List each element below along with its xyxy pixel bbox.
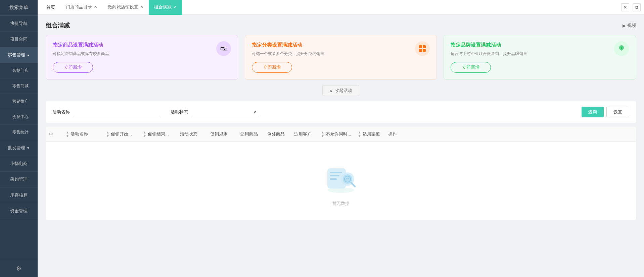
th-end[interactable]: ▲▼ 促销结束...	[140, 130, 177, 138]
sidebar-item-label: 零售管理	[8, 52, 25, 58]
sidebar-item-project-contract[interactable]: 项目合同	[0, 32, 38, 47]
settings-button[interactable]: ⚙	[0, 260, 38, 277]
activity-status-select[interactable]: ∨	[191, 107, 259, 117]
sidebar-item-smart-store[interactable]: 智慧门店	[0, 63, 38, 78]
search-actions: 查询 设置	[582, 107, 629, 117]
sidebar-item-purchase-mgmt[interactable]: 采购管理	[0, 172, 38, 187]
th-label: 活动名称	[71, 131, 88, 137]
activity-name-input[interactable]	[73, 107, 160, 117]
main-area: 首页 门店商品目录 ✕ 微商城店铺设置 ✕ 组合满减 ✕ ✕ ⧉ 组合满减 ▶ …	[38, 0, 644, 277]
th-label: 适用渠道	[363, 131, 380, 137]
th-label: 促销结束...	[148, 131, 169, 137]
sidebar-item-label: 批发管理	[8, 145, 25, 151]
empty-state: 暂无数据	[46, 142, 636, 220]
sidebar: 搜索菜单 快捷导航 项目合同 零售管理 ▲ 智慧门店 零售商城 营销推广 会员中…	[0, 0, 38, 277]
th-name[interactable]: ▲▼ 活动名称	[62, 130, 103, 138]
th-start[interactable]: ▲▼ 促销开始...	[103, 130, 140, 138]
close-icon[interactable]: ✕	[174, 5, 177, 9]
page-content: 组合满减 ▶ 视频 指定商品设置满减活动 🛍 可指定滞销商品或库存较多商品 立即…	[38, 15, 644, 277]
sidebar-item-label: 采购管理	[10, 176, 28, 182]
sidebar-item-xiochang[interactable]: 小畅电商	[0, 156, 38, 172]
sidebar-item-label: 资金管理	[10, 208, 28, 214]
sort-icon: ▲▼	[143, 130, 146, 138]
sidebar-item-retail-mall[interactable]: 零售商城	[0, 78, 38, 94]
sidebar-item-wholesale-mgmt[interactable]: 批发管理 ▼	[0, 140, 38, 156]
th-label: 例外商品	[267, 131, 285, 137]
sidebar-item-label: 营销推广	[12, 99, 29, 104]
tab-combo-discount[interactable]: 组合满减 ✕	[149, 0, 182, 15]
page-title: 组合满减	[46, 21, 70, 30]
empty-illustration	[321, 162, 361, 195]
th-notallow[interactable]: ▲▼ 不允许同时...	[318, 130, 355, 138]
setting-button[interactable]: 设置	[606, 107, 629, 117]
th-label: 促销规则	[210, 131, 228, 137]
close-window-button[interactable]: ✕	[621, 3, 629, 11]
tabs-actions: ✕ ⧉	[621, 3, 641, 11]
product-activity-card: 指定商品设置满减活动 🛍 可指定滞销商品或库存较多商品 立即新增	[46, 35, 238, 80]
search-bar: 活动名称 活动状态 ∨ 查询 设置	[46, 101, 636, 123]
th-customer: 适用客户	[291, 131, 318, 137]
activity-status-field: 活动状态 ∨	[171, 107, 259, 117]
th-status: 活动状态	[177, 131, 207, 137]
chevron-down-icon: ▼	[27, 146, 30, 150]
activity-cards: 指定商品设置满减活动 🛍 可指定滞销商品或库存较多商品 立即新增 指定分类设置满…	[46, 35, 636, 80]
sidebar-item-label: 小畅电商	[10, 161, 28, 167]
sidebar-item-retail-stats[interactable]: 零售统计	[0, 125, 38, 140]
th-label: 操作	[388, 131, 397, 137]
chevron-up-icon: ▲	[27, 53, 30, 57]
tab-store-catalog[interactable]: 门店商品目录 ✕	[60, 0, 102, 15]
th-action: 操作	[385, 131, 405, 137]
activity-name-field: 活动名称	[52, 107, 160, 117]
sidebar-item-label: 会员中心	[12, 114, 29, 120]
video-button[interactable]: ▶ 视频	[623, 22, 636, 29]
category-activity-card: 指定分类设置满减活动 可选一个或者多个分类，提升分类的销量 立即新增	[245, 35, 437, 80]
card-icon	[614, 41, 629, 56]
th-rule: 促销规则	[207, 131, 237, 137]
sidebar-item-fund-mgmt[interactable]: 资金管理	[0, 203, 38, 219]
sidebar-item-member-center[interactable]: 会员中心	[0, 109, 38, 125]
query-button[interactable]: 查询	[582, 107, 604, 117]
chevron-down-icon: ∨	[253, 109, 257, 114]
close-icon[interactable]: ✕	[94, 5, 97, 9]
card-icon: 🛍	[216, 41, 231, 56]
activity-name-label: 活动名称	[52, 109, 70, 115]
brand-add-button[interactable]: 立即新增	[451, 62, 491, 73]
sidebar-item-label: 项目合同	[10, 36, 28, 42]
close-icon[interactable]: ✕	[140, 5, 143, 9]
chevron-up-icon: ∧	[329, 88, 333, 93]
th-label: 适用商品	[240, 131, 258, 137]
svg-line-11	[351, 183, 355, 186]
svg-rect-3	[423, 49, 426, 52]
sidebar-item-quick-nav[interactable]: 快捷导航	[0, 16, 38, 32]
sidebar-search[interactable]: 搜索菜单	[0, 0, 38, 16]
restore-window-button[interactable]: ⧉	[633, 3, 641, 11]
gear-icon: ⚙	[49, 131, 53, 136]
product-add-button[interactable]: 立即新增	[53, 62, 93, 73]
category-add-button[interactable]: 立即新增	[252, 62, 292, 73]
sort-icon: ▲▼	[106, 130, 109, 138]
activity-status-label: 活动状态	[171, 109, 188, 115]
tab-home[interactable]: 首页	[41, 0, 60, 15]
card-desc: 适合与上游企业联合做营销，提升品牌销量	[451, 51, 629, 57]
empty-text: 暂无数据	[332, 201, 350, 207]
collapse-button[interactable]: ∧ 收起活动	[322, 85, 359, 96]
sidebar-item-inventory-check[interactable]: 库存核算	[0, 187, 38, 203]
th-channel[interactable]: ▲▼ 适用渠道	[355, 130, 385, 138]
tab-wechat-store-settings[interactable]: 微商城店铺设置 ✕	[102, 0, 149, 15]
page-header: 组合满减 ▶ 视频	[46, 21, 636, 30]
th-label: 活动状态	[180, 131, 197, 137]
svg-rect-1	[423, 45, 426, 48]
sidebar-item-retail-mgmt[interactable]: 零售管理 ▲	[0, 47, 38, 63]
svg-rect-0	[419, 45, 422, 48]
collapse-label: 收起活动	[335, 88, 352, 94]
sidebar-item-label: 智慧门店	[12, 68, 29, 73]
sort-icon: ▲▼	[358, 130, 361, 138]
th-label: 不允许同时...	[326, 131, 351, 137]
card-desc: 可指定滞销商品或库存较多商品	[53, 51, 231, 57]
tab-label: 门店商品目录	[66, 4, 92, 10]
svg-rect-6	[330, 172, 342, 173]
svg-rect-2	[419, 49, 422, 52]
sidebar-item-marketing[interactable]: 营销推广	[0, 94, 38, 109]
th-gear[interactable]: ⚙	[46, 131, 62, 136]
brand-activity-card: 指定品牌设置满减活动 适合与上游企业联合做营销，提升品牌销量 立即新增	[444, 35, 636, 80]
